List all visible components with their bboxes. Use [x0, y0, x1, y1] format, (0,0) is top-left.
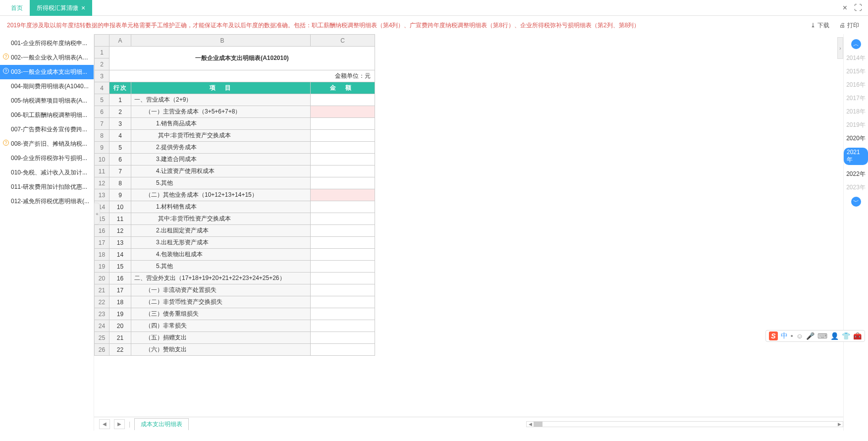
- sidebar-item-1[interactable]: 001-企业所得税年度纳税申...: [0, 36, 94, 51]
- amount-cell[interactable]: [311, 296, 375, 308]
- year-2023年[interactable]: 2023年: [846, 183, 866, 192]
- horizontal-scrollbar[interactable]: ◀ ▶: [526, 421, 843, 427]
- year-scroll-down-icon[interactable]: ﹀: [851, 197, 861, 207]
- amount-cell[interactable]: [311, 142, 375, 154]
- ime-skin-icon[interactable]: 👕: [842, 332, 850, 340]
- corner-cell[interactable]: [95, 35, 109, 47]
- amount-cell[interactable]: [311, 320, 375, 332]
- amount-cell[interactable]: [311, 177, 375, 189]
- sidebar-item-12[interactable]: 012-减免所得税优惠明细表(...: [0, 194, 94, 209]
- col-header-B[interactable]: B: [131, 35, 311, 47]
- tab-tax-settlement[interactable]: 所得税汇算清缴 ×: [30, 0, 92, 16]
- scroll-thumb[interactable]: [534, 422, 542, 427]
- help-icon: ?: [3, 68, 9, 74]
- line-number: 14: [109, 249, 131, 261]
- ime-emoji-icon[interactable]: ☺: [796, 332, 803, 340]
- item-label: （一）非流动资产处置损失: [131, 284, 311, 296]
- line-number: 16: [109, 273, 131, 284]
- col-header-item: 项 目: [131, 82, 311, 94]
- ime-lang[interactable]: 中: [781, 331, 788, 340]
- scroll-left-icon[interactable]: ◀: [527, 422, 534, 427]
- amount-cell[interactable]: [311, 237, 375, 249]
- sidebar-collapse-handle[interactable]: «: [94, 203, 100, 224]
- line-number: 7: [109, 165, 131, 177]
- col-header-amount: 金 额: [311, 82, 375, 94]
- sidebar-item-label: 001-企业所得税年度纳税申...: [11, 40, 87, 47]
- right-expand-handle[interactable]: ›: [837, 37, 843, 59]
- year-2015年[interactable]: 2015年: [846, 67, 866, 76]
- amount-cell[interactable]: [311, 118, 375, 130]
- item-label: 2.提供劳务成本: [131, 142, 311, 154]
- sidebar-item-4[interactable]: 004-期间费用明细表(A1040...: [0, 79, 94, 94]
- amount-cell[interactable]: [311, 273, 375, 284]
- col-header-C[interactable]: C: [311, 35, 375, 47]
- sidebar-item-label: 009-企业所得税弥补亏损明...: [11, 155, 87, 162]
- ime-voice-icon[interactable]: 🎤: [806, 332, 814, 340]
- sidebar-item-9[interactable]: 009-企业所得税弥补亏损明...: [0, 151, 94, 165]
- ime-toolbox-icon[interactable]: 🧰: [853, 332, 862, 340]
- item-label: 二、营业外支出（17+18+19+20+21+22+23+24+25+26）: [131, 273, 311, 284]
- sheet-tab-active[interactable]: 成本支出明细表: [134, 418, 189, 430]
- amount-cell[interactable]: [311, 189, 375, 201]
- year-2022年[interactable]: 2022年: [846, 170, 866, 178]
- sidebar-item-label: 008-资产折旧、摊销及纳税...: [11, 140, 87, 147]
- sidebar-item-8[interactable]: ?008-资产折旧、摊销及纳税...: [0, 137, 94, 151]
- spreadsheet-area: ABC1一般企业成本支出明细表(A102010)23金额单位：元4行次项 目金 …: [94, 34, 843, 431]
- close-icon[interactable]: ×: [81, 0, 85, 16]
- year-rail: ︿ 2014年2015年2016年2017年2018年2019年2020年202…: [843, 34, 868, 431]
- ime-user-icon[interactable]: 👤: [830, 332, 839, 340]
- sheet-scroll[interactable]: ABC1一般企业成本支出明细表(A102010)23金额单位：元4行次项 目金 …: [94, 34, 843, 417]
- sidebar-item-11[interactable]: 011-研发费用加计扣除优惠...: [0, 180, 94, 194]
- line-number: 3: [109, 118, 131, 130]
- sidebar-item-2[interactable]: ?002-一般企业收入明细表(A10...: [0, 51, 94, 65]
- sidebar-item-10[interactable]: 010-免税、减计收入及加计...: [0, 165, 94, 180]
- amount-cell[interactable]: [311, 284, 375, 296]
- sidebar-item-3[interactable]: ?003-一般企业成本支出明细...: [0, 65, 94, 79]
- amount-cell[interactable]: [311, 308, 375, 320]
- year-2020年[interactable]: 2020年: [846, 134, 866, 143]
- print-button[interactable]: 🖨 打印: [839, 21, 859, 30]
- amount-cell[interactable]: [311, 261, 375, 273]
- amount-cell[interactable]: [311, 213, 375, 225]
- amount-cell[interactable]: [311, 344, 375, 356]
- item-label: 一、营业成本（2+9）: [131, 94, 311, 106]
- amount-cell[interactable]: [311, 249, 375, 261]
- year-2017年[interactable]: 2017年: [846, 94, 866, 103]
- tab-home[interactable]: 首页: [4, 0, 30, 16]
- year-2016年[interactable]: 2016年: [846, 81, 866, 89]
- item-label: （二）非货币性资产交换损失: [131, 296, 311, 308]
- line-number: 18: [109, 296, 131, 308]
- fullscreen-icon[interactable]: ⛶: [854, 3, 862, 12]
- year-2014年[interactable]: 2014年: [846, 54, 866, 62]
- ime-punct-icon[interactable]: •: [791, 332, 793, 340]
- sidebar-item-5[interactable]: 005-纳税调整项目明细表(A...: [0, 94, 94, 108]
- year-2021年[interactable]: 2021年: [844, 148, 868, 165]
- ime-keyboard-icon[interactable]: ⌨: [817, 332, 827, 340]
- year-2019年[interactable]: 2019年: [846, 121, 866, 129]
- item-label: （六）赞助支出: [131, 344, 311, 356]
- tab-label: 所得税汇算清缴: [37, 0, 78, 16]
- amount-cell[interactable]: [311, 130, 375, 142]
- sidebar-item-7[interactable]: 007-广告费和业务宣传费跨...: [0, 122, 94, 137]
- scroll-right-icon[interactable]: ▶: [836, 422, 843, 427]
- item-label: 1.销售商品成本: [131, 118, 311, 130]
- line-number: 8: [109, 177, 131, 189]
- year-scroll-up-icon[interactable]: ︿: [851, 39, 861, 49]
- line-number: 15: [109, 261, 131, 273]
- amount-cell[interactable]: [311, 154, 375, 165]
- amount-cell[interactable]: [311, 165, 375, 177]
- amount-cell[interactable]: [311, 201, 375, 213]
- amount-cell[interactable]: [311, 332, 375, 344]
- amount-cell[interactable]: [311, 94, 375, 106]
- window-close-icon[interactable]: ×: [843, 3, 847, 12]
- sheet-nav-next[interactable]: ▶: [114, 419, 125, 429]
- line-number: 1: [109, 94, 131, 106]
- amount-cell[interactable]: [311, 225, 375, 237]
- amount-cell[interactable]: [311, 106, 375, 118]
- sidebar-item-6[interactable]: 006-职工薪酬纳税调整明细...: [0, 108, 94, 122]
- year-2018年[interactable]: 2018年: [846, 108, 866, 116]
- download-button[interactable]: ⤓ 下载: [811, 21, 829, 30]
- ime-toolbar[interactable]: S 中 • ☺ 🎤 ⌨ 👤 👕 🧰: [765, 330, 865, 342]
- sheet-nav-prev[interactable]: ◀: [99, 419, 110, 429]
- col-header-A[interactable]: A: [109, 35, 131, 47]
